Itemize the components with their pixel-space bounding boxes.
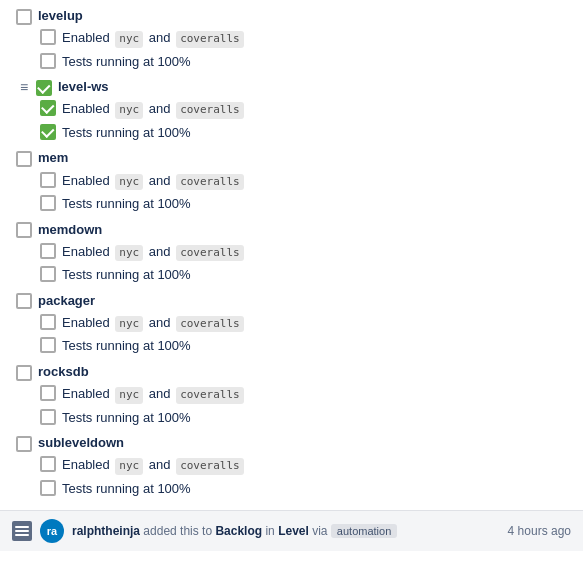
coveralls-tag: coveralls — [176, 316, 244, 333]
subitem-checkbox-mem-1[interactable] — [40, 195, 56, 211]
subitem-row: Enabled nyc and coveralls — [0, 240, 583, 264]
footer-preposition: in — [265, 524, 274, 538]
coveralls-tag: coveralls — [176, 387, 244, 404]
subitem-row: Enabled nyc and coveralls — [0, 169, 583, 193]
coveralls-tag: coveralls — [176, 458, 244, 475]
subitem-checkbox-packager-1[interactable] — [40, 337, 56, 353]
checklist-item-group: packagerEnabled nyc and coverallsTests r… — [0, 289, 583, 358]
subitem-label-rocksdb-1: Tests running at 100% — [62, 408, 191, 428]
group-label-subleveldown: subleveldown — [38, 434, 124, 452]
subitem-row: Enabled nyc and coveralls — [0, 382, 583, 406]
subitem-checkbox-level-ws-0[interactable] — [40, 100, 56, 116]
subitem-row: Enabled nyc and coveralls — [0, 26, 583, 50]
subitem-checkbox-rocksdb-0[interactable] — [40, 385, 56, 401]
coveralls-tag: coveralls — [176, 174, 244, 191]
footer-board: Backlog — [215, 524, 262, 538]
subitem-row: Enabled nyc and coveralls — [0, 311, 583, 335]
subitem-row: Tests running at 100% — [0, 192, 583, 216]
checklist-item-group: rocksdbEnabled nyc and coverallsTests ru… — [0, 360, 583, 429]
nyc-tag: nyc — [115, 174, 143, 191]
subitem-checkbox-subleveldown-0[interactable] — [40, 456, 56, 472]
subitem-row: Tests running at 100% — [0, 477, 583, 501]
subitem-row: Enabled nyc and coveralls — [0, 453, 583, 477]
group-header-rocksdb: rocksdb — [0, 360, 583, 382]
subitem-label-mem-0: Enabled nyc and coveralls — [62, 171, 246, 191]
subitem-label-levelup-1: Tests running at 100% — [62, 52, 191, 72]
automation-badge: automation — [331, 524, 397, 538]
group-header-mem: mem — [0, 146, 583, 168]
coveralls-tag: coveralls — [176, 245, 244, 262]
subitem-row: Enabled nyc and coveralls — [0, 97, 583, 121]
subitem-label-memdown-1: Tests running at 100% — [62, 265, 191, 285]
nyc-tag: nyc — [115, 387, 143, 404]
main-container: levelupEnabled nyc and coverallsTests ru… — [0, 0, 583, 551]
subitem-row: Tests running at 100% — [0, 50, 583, 74]
group-checkbox-rocksdb[interactable] — [16, 365, 32, 381]
group-label-mem: mem — [38, 149, 68, 167]
group-label-rocksdb: rocksdb — [38, 363, 89, 381]
subitem-checkbox-levelup-1[interactable] — [40, 53, 56, 69]
footer-text: ralphtheinja added this to Backlog in Le… — [72, 524, 500, 538]
avatar: ra — [40, 519, 64, 543]
group-checkbox-subleveldown[interactable] — [16, 436, 32, 452]
subitem-label-rocksdb-0: Enabled nyc and coveralls — [62, 384, 246, 404]
footer-list: Level — [278, 524, 309, 538]
checklist-item-group: levelupEnabled nyc and coverallsTests ru… — [0, 4, 583, 73]
subitem-label-subleveldown-0: Enabled nyc and coveralls — [62, 455, 246, 475]
subitem-row: Tests running at 100% — [0, 263, 583, 287]
subitem-label-packager-0: Enabled nyc and coveralls — [62, 313, 246, 333]
subitem-checkbox-level-ws-1[interactable] — [40, 124, 56, 140]
footer-username: ralphtheinja — [72, 524, 140, 538]
group-label-packager: packager — [38, 292, 95, 310]
group-checkbox-level-ws[interactable] — [36, 80, 52, 96]
subitem-label-level-ws-0: Enabled nyc and coveralls — [62, 99, 246, 119]
subitem-checkbox-rocksdb-1[interactable] — [40, 409, 56, 425]
group-header-subleveldown: subleveldown — [0, 431, 583, 453]
footer-via: via — [312, 524, 327, 538]
group-checkbox-levelup[interactable] — [16, 9, 32, 25]
nyc-tag: nyc — [115, 316, 143, 333]
group-header-memdown: memdown — [0, 218, 583, 240]
coveralls-tag: coveralls — [176, 102, 244, 119]
group-checkbox-memdown[interactable] — [16, 222, 32, 238]
subitem-row: Tests running at 100% — [0, 334, 583, 358]
subitem-label-memdown-0: Enabled nyc and coveralls — [62, 242, 246, 262]
subitem-label-subleveldown-1: Tests running at 100% — [62, 479, 191, 499]
subitem-label-level-ws-1: Tests running at 100% — [62, 123, 191, 143]
subitem-row: Tests running at 100% — [0, 121, 583, 145]
subitem-label-packager-1: Tests running at 100% — [62, 336, 191, 356]
ellipsis-icon[interactable]: ≡ — [16, 79, 32, 95]
subitem-checkbox-memdown-0[interactable] — [40, 243, 56, 259]
group-header-level-ws: ≡level-ws — [0, 75, 583, 97]
checklist-area: levelupEnabled nyc and coverallsTests ru… — [0, 0, 583, 510]
checklist-item-group: subleveldownEnabled nyc and coverallsTes… — [0, 431, 583, 500]
subitem-row: Tests running at 100% — [0, 406, 583, 430]
group-label-levelup: levelup — [38, 7, 83, 25]
group-header-levelup: levelup — [0, 4, 583, 26]
bar-chart-icon — [12, 521, 32, 541]
footer-bar: ra ralphtheinja added this to Backlog in… — [0, 510, 583, 551]
subitem-checkbox-subleveldown-1[interactable] — [40, 480, 56, 496]
group-checkbox-mem[interactable] — [16, 151, 32, 167]
subitem-checkbox-memdown-1[interactable] — [40, 266, 56, 282]
subitem-checkbox-levelup-0[interactable] — [40, 29, 56, 45]
subitem-checkbox-packager-0[interactable] — [40, 314, 56, 330]
nyc-tag: nyc — [115, 458, 143, 475]
nyc-tag: nyc — [115, 245, 143, 262]
coveralls-tag: coveralls — [176, 31, 244, 48]
subitem-checkbox-mem-0[interactable] — [40, 172, 56, 188]
checklist-item-group: ≡level-wsEnabled nyc and coverallsTests … — [0, 75, 583, 144]
subitem-label-mem-1: Tests running at 100% — [62, 194, 191, 214]
nyc-tag: nyc — [115, 102, 143, 119]
subitem-label-levelup-0: Enabled nyc and coveralls — [62, 28, 246, 48]
checklist-item-group: memEnabled nyc and coverallsTests runnin… — [0, 146, 583, 215]
group-label-memdown: memdown — [38, 221, 102, 239]
checklist-item-group: memdownEnabled nyc and coverallsTests ru… — [0, 218, 583, 287]
nyc-tag: nyc — [115, 31, 143, 48]
group-header-packager: packager — [0, 289, 583, 311]
group-label-level-ws: level-ws — [58, 78, 109, 96]
footer-time: 4 hours ago — [508, 524, 571, 538]
group-checkbox-packager[interactable] — [16, 293, 32, 309]
footer-action: added this to — [143, 524, 212, 538]
